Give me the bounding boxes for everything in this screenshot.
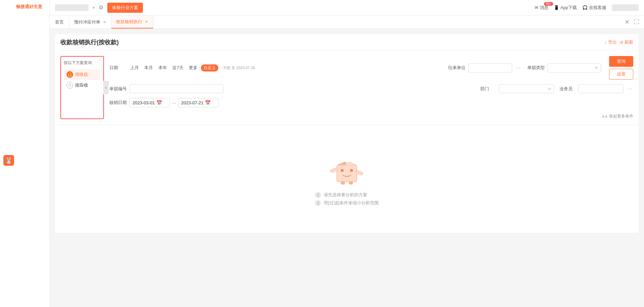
counterpart-input[interactable] [468,63,512,72]
salesman-more-icon[interactable]: ··· [626,86,633,92]
page-header: 收款核销执行(按收款) ↑ 导出 ↺ 刷新 [55,34,639,50]
filter-field-counterpart: 往来单位 ··· [448,63,522,72]
filter-option-receivable-label: 按应收 [75,82,88,88]
counterpart-more-icon[interactable]: ··· [515,65,522,71]
docno-label: 单据编号 [109,86,127,92]
svg-rect-1 [341,169,343,172]
filter-field-date: 日期 上月 本月 本年 近7天 更多 自定义 不限 至 2023-07-26 [109,64,443,71]
filter-field-writeoff-date: 核销日期 2023-03-01 📅 — 2023-07-21 📅 [109,98,633,107]
filter-panel-inner: 按以下方案查询 💰 按收款 ⏱ 按应收 « [55,51,639,124]
filter-option-by-receivable[interactable]: ⏱ 按应收 [64,80,101,91]
refresh-button[interactable]: ↺ 刷新 [620,39,633,45]
date-label: 日期 [109,65,125,71]
topbar-brand-name [55,4,89,11]
date-btn-more[interactable]: 更多 [187,64,200,71]
filter-scheme-sidebar: 按以下方案查询 💰 按收款 ⏱ 按应收 « [60,56,104,119]
message-button[interactable]: ✉ 消息 99+ [535,5,548,11]
empty-tip-2: 2 用[过滤]条件来缩小分析范围 [315,200,378,206]
salesman-input[interactable] [578,84,624,93]
filter-option-by-receipt[interactable]: 💰 按收款 [64,69,101,80]
empty-tip-1: 1 请先选择要分析的方案 [315,192,378,198]
phone-icon: 📱 [554,5,559,10]
refresh-icon: ↺ [620,40,623,45]
headset-icon: 🎧 [582,5,588,10]
svg-rect-2 [350,169,353,172]
topbar: ▾ ⚙ 体验行业方案 ✉ 消息 99+ 📱 App下载 🎧 在线客服 [50,0,644,15]
filter-form: 日期 上月 本月 本年 近7天 更多 自定义 不限 至 2023-07-26 [109,56,633,119]
filter-field-docno: 单据编号 [109,84,475,93]
setting-button[interactable]: 设置 [609,69,633,80]
svg-rect-0 [337,165,357,182]
tab-expand-icon[interactable]: ⛶ [633,18,641,27]
export-button[interactable]: ↑ 导出 [605,39,617,45]
tab-prepay[interactable]: 预付冲应付单 ✕ [69,15,111,29]
writeoff-date-end-value: 2023-07-21 [181,100,204,105]
tab-prepay-label: 预付冲应付单 [74,19,100,25]
page-actions: ↑ 导出 ↺ 刷新 [605,39,634,45]
scheme-collapse-button[interactable]: « [103,81,109,94]
message-badge: 99+ [544,2,553,6]
gear-icon[interactable]: ⚙ [99,4,103,11]
filter-field-dept: 部门 [480,84,554,93]
tab-writeoff[interactable]: 收款核销执行 ✕ [111,15,153,29]
empty-tips: 1 请先选择要分析的方案 2 用[过滤]条件来缩小分析范围 [315,192,378,206]
logo-text-block: 畅捷通好生意 标准版 [16,4,42,307]
tab-writeoff-label: 收款核销执行 [116,19,142,25]
app-download-button[interactable]: 📱 App下载 [554,5,577,11]
writeoff-date-input-group: 2023-03-01 📅 — 2023-07-21 📅 [129,98,633,107]
refresh-label: 刷新 [625,39,633,45]
tabbar-actions: ✕ ⛶ [620,15,644,29]
date-btn-lastmonth[interactable]: 上月 [128,64,141,71]
logo-text: 畅捷通好生意 [16,4,42,307]
content-area: 收款核销执行(按收款) ↑ 导出 ↺ 刷新 按以下方案查询 [50,29,644,307]
writeoff-date-start-input[interactable]: 2023-03-01 📅 [129,98,170,107]
tab-home[interactable]: 首页 [50,15,69,29]
topbar-brand [55,4,89,11]
query-button[interactable]: 查询 [609,56,633,67]
date-btn-custom[interactable]: 自定义 [201,64,218,71]
docno-input[interactable] [129,84,223,93]
date-btn-thismonth[interactable]: 本月 [142,64,155,71]
filter-row-2: 单据编号 部门 业务员 ··· [109,84,633,93]
receivable-icon: ⏱ [66,82,73,89]
tab-close-all-icon[interactable]: ✕ [624,17,631,27]
doctype-select[interactable] [547,63,601,72]
service-label: 在线客服 [589,5,606,11]
chevron-down-icon[interactable]: ▾ [93,5,95,10]
tab-prepay-close[interactable]: ✕ [103,20,106,24]
user-name [612,4,639,11]
collapse-more-conditions[interactable]: ∧∧ 收起更多条件 [109,113,633,119]
doctype-label: 单据类型 [527,65,545,71]
empty-state: 1 请先选择要分析的方案 2 用[过滤]条件来缩小分析范围 [55,125,639,233]
writeoff-date-start-cal-icon: 📅 [156,100,162,105]
counterpart-label: 往来单位 [448,65,466,71]
app-download-label: App下载 [560,5,577,11]
dept-select[interactable] [499,84,554,93]
collapse-chevron-icon: « [105,86,107,90]
service-button[interactable]: 🎧 在线客服 [582,5,606,11]
filter-option-receipt-label: 按收款 [75,71,88,78]
receipt-icon: 💰 [66,71,73,78]
empty-illustration [327,152,367,185]
home-tab-label: 首页 [55,19,64,25]
dept-label: 部门 [480,86,496,92]
filter-row-3: 核销日期 2023-03-01 📅 — 2023-07-21 📅 [109,98,633,107]
date-btn-7days[interactable]: 近7天 [170,64,185,71]
writeoff-date-end-input[interactable]: 2023-07-21 📅 [178,98,218,107]
salesman-label: 业务员 [559,86,576,92]
writeoff-date-start-value: 2023-03-01 [132,100,155,105]
filter-actions: 查询 设置 [609,56,633,80]
message-icon: ✉ [535,5,538,10]
writeoff-date-end-cal-icon: 📅 [205,100,211,105]
filter-field-salesman: 业务员 ··· [559,84,633,93]
collapse-more-icon: ∧∧ [602,114,608,119]
svg-rect-5 [341,181,345,185]
tab-writeoff-close[interactable]: ✕ [145,19,148,24]
tabbar: 首页 预付冲应付单 ✕ 收款核销执行 ✕ ✕ ⛶ [50,15,644,29]
date-btn-thisyear[interactable]: 本年 [156,64,169,71]
solution-button[interactable]: 体验行业方案 [107,3,143,13]
sidebar-logo: 🐰 畅捷通好生意 标准版 [0,0,49,307]
sidebar: 🐰 畅捷通好生意 标准版 🔍 搜索菜单 🏠 快捷导航 📢 营销推广 💰 销售管理… [0,0,50,307]
collapse-more-label: 收起更多条件 [609,113,633,119]
app-name: 畅捷通好生意 [16,4,42,307]
